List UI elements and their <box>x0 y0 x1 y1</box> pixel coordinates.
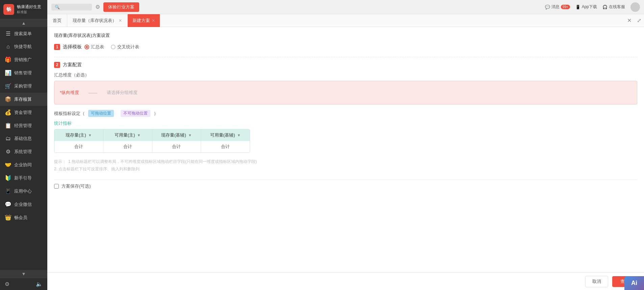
tips-text-1: 2. 点击标题栏下拉可设置排序、插入列和删除列 <box>54 166 140 173</box>
cart-icon: 🛒 <box>5 83 11 89</box>
dimension-placeholder: 请选择分组维度 <box>107 90 138 96</box>
stats-col-0[interactable]: 现存量(主) ▼ <box>54 129 103 141</box>
sidebar-item-operation[interactable]: 📋 经营管理 <box>0 119 47 132</box>
tab-new-plan[interactable]: 新建方案 ✕ <box>128 14 160 27</box>
radio-cross-label: 交叉统计表 <box>117 44 139 50</box>
sidebar-scroll-up[interactable]: ▲ <box>0 19 47 27</box>
dimension-area[interactable]: *纵向维度 —— 请选择分组维度 <box>54 81 637 104</box>
sidebar-item-label: 销售管理 <box>14 70 32 76</box>
sidebar-footer: ⚙ 🔈 <box>0 278 47 290</box>
metrics-settings-label-text: 模板指标设定（ <box>54 111 85 117</box>
settings-footer-icon[interactable]: ⚙ <box>5 281 9 287</box>
tab-inventory-close-icon[interactable]: ✕ <box>119 18 122 23</box>
logo-icon: 畅 <box>3 4 14 15</box>
sidebar-item-marketing[interactable]: 🎁 营销推广 <box>0 53 47 66</box>
stats-col-2-label: 现存量(基辅) <box>161 132 186 138</box>
headset-icon: 🎧 <box>602 5 608 9</box>
ai-button[interactable]: Ai <box>624 276 644 290</box>
sidebar-item-system[interactable]: ⚙ 系统管理 <box>0 145 47 158</box>
message-button[interactable]: 💬 消息 99+ <box>545 4 570 10</box>
tab-new-plan-close-icon[interactable]: ✕ <box>152 18 155 23</box>
footer-bar: 取消 查询 <box>47 272 644 290</box>
sidebar-item-label: 经营管理 <box>14 123 32 129</box>
sidebar-item-label: 应用中心 <box>14 188 32 194</box>
stats-cell-0-1: 合计 <box>103 141 152 152</box>
tabbar: 首页 现存量（库存状况表） ✕ 新建方案 ✕ ✕ ⤢ <box>47 14 644 27</box>
mobile-download-icon: 📱 <box>575 5 580 9</box>
gear-icon: ⚙ <box>5 148 11 155</box>
app-download-button[interactable]: 📱 App下载 <box>575 4 597 10</box>
step2-badge: 2 <box>54 62 60 68</box>
online-service-button[interactable]: 🎧 在线客服 <box>602 4 625 10</box>
settings-topbar-icon[interactable]: ⚙ <box>95 4 100 10</box>
sidebar-item-label: 资金管理 <box>14 110 32 116</box>
sidebar-item-label: 营销推广 <box>14 57 32 63</box>
sidebar-item-label: 快捷导航 <box>14 44 32 50</box>
sidebar-item-label: 系统管理 <box>14 149 32 155</box>
chevron-down-icon-0[interactable]: ▼ <box>88 133 92 137</box>
sidebar-item-label: 畅会员 <box>14 215 27 221</box>
stats-col-3-label: 可用量(基辅) <box>210 132 235 138</box>
sidebar-item-member[interactable]: 👑 畅会员 <box>0 211 47 224</box>
save-checkbox[interactable] <box>54 184 59 189</box>
sound-footer-icon[interactable]: 🔈 <box>36 281 43 287</box>
sidebar-item-purchase[interactable]: 🛒 采购管理 <box>0 79 47 93</box>
stats-table-row-0: 合计 合计 合计 合计 <box>54 141 250 152</box>
user-avatar[interactable] <box>630 2 640 12</box>
logo-text: 畅康通好生意 标准版 <box>17 4 41 15</box>
window-minimize-button[interactable]: ✕ <box>624 17 634 24</box>
tips-item-0: 提示： 1.拖动标题栏可以调整布局，不可跨维度或指标区域拖动栏目字段(只能在同一… <box>54 158 637 166</box>
sidebar-item-newbie[interactable]: 🔰 新手引导 <box>0 171 47 185</box>
tab-home[interactable]: 首页 <box>47 14 67 27</box>
cancel-button[interactable]: 取消 <box>585 276 608 287</box>
draggable-badge: 可拖动位置 <box>88 110 114 117</box>
window-expand-button[interactable]: ⤢ <box>634 17 644 24</box>
sidebar-item-finance[interactable]: 💰 资金管理 <box>0 106 47 119</box>
money-icon: 💰 <box>5 109 11 116</box>
crown-icon: 👑 <box>5 214 11 221</box>
chevron-down-icon-3[interactable]: ▼ <box>237 133 241 137</box>
handshake-icon: 🤝 <box>5 162 11 168</box>
sidebar-item-label: 基础信息 <box>14 136 32 142</box>
sidebar-item-label: 库存核算 <box>14 96 32 102</box>
radio-summary[interactable]: 汇总表 <box>84 44 104 50</box>
dimension-separator: —— <box>89 90 97 95</box>
dimension-label-text: 汇总维度（必选） <box>54 72 89 77</box>
sidebar-item-sales[interactable]: 📊 销售管理 <box>0 66 47 79</box>
stats-col-0-label: 现存量(主) <box>66 132 86 138</box>
radio-cross-dot <box>111 45 116 49</box>
search-icon: ☰ <box>5 30 11 37</box>
sidebar-item-search[interactable]: ☰ 搜索菜单 <box>0 27 47 40</box>
tab-inventory-label: 现存量（库存状况表） <box>73 18 117 24</box>
step1-section: 1 选择模板 汇总表 交叉统计表 <box>54 44 637 50</box>
save-section: 方案保存(可选) <box>54 179 637 193</box>
sidebar-scroll-down[interactable]: ▼ <box>0 270 47 278</box>
sidebar-item-wechat[interactable]: 💬 企业微信 <box>0 198 47 211</box>
search-topbar-icon: 🔍 <box>55 5 60 9</box>
sidebar-item-label: 新手引导 <box>14 175 32 181</box>
topbar: 🔍 ⚙ 体验行业方案 💬 消息 99+ 📱 App下载 🎧 在线客服 <box>47 0 644 14</box>
chevron-down-icon-1[interactable]: ▼ <box>137 133 141 137</box>
sidebar-item-basic[interactable]: 🗂 基础信息 <box>0 132 47 145</box>
stats-col-3[interactable]: 可用量(基辅) ▼ <box>201 129 250 141</box>
radio-cross[interactable]: 交叉统计表 <box>111 44 139 50</box>
sidebar-item-inventory[interactable]: 📦 库存核算 <box>0 93 47 106</box>
chart-icon: 📊 <box>5 70 11 76</box>
stats-col-1[interactable]: 可用量(主) ▼ <box>103 129 152 141</box>
folder-icon: 🗂 <box>5 136 11 142</box>
step2-title: 方案配置 <box>63 62 82 68</box>
chevron-down-icon-2[interactable]: ▼ <box>188 133 192 137</box>
tab-inventory-status[interactable]: 现存量（库存状况表） ✕ <box>67 14 128 27</box>
sidebar-item-appstore[interactable]: 📱 应用中心 <box>0 185 47 198</box>
topbar-search[interactable]: 🔍 <box>51 4 92 10</box>
stats-cell-0-2: 合计 <box>152 141 201 152</box>
stats-col-2[interactable]: 现存量(基辅) ▼ <box>152 129 201 141</box>
trial-industry-button[interactable]: 体验行业方案 <box>103 2 139 12</box>
newbie-icon: 🔰 <box>5 175 11 181</box>
home-icon: ⌂ <box>5 44 11 50</box>
sidebar-item-quick[interactable]: ⌂ 快捷导航 <box>0 40 47 53</box>
sidebar: 畅 畅康通好生意 标准版 ▲ ☰ 搜索菜单 ⌂ 快捷导航 🎁 营销推广 📊 销售… <box>0 0 47 290</box>
stats-cell-0-3: 合计 <box>201 141 250 152</box>
row-dimension-label: *纵向维度 <box>60 90 79 96</box>
sidebar-item-contract[interactable]: 🤝 企业协同 <box>0 158 47 171</box>
